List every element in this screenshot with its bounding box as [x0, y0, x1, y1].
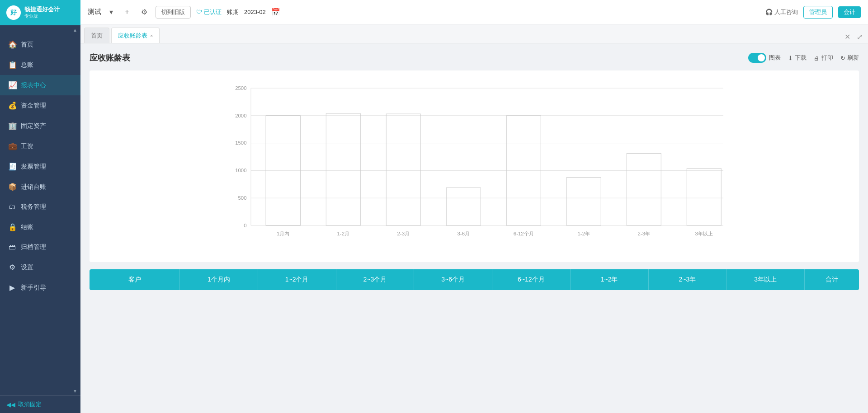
sidebar-label-ledger: 总账	[21, 61, 33, 69]
svg-text:1000: 1000	[235, 168, 246, 173]
svg-text:2-3年: 2-3年	[638, 231, 650, 236]
page-header: 应收账龄表 图表 ⬇ 下载 🖨 打印 ↻ 刷新	[90, 52, 859, 63]
data-table: 客户 1个月内 1~2个月 2~3个月 3~6个月 6~12个月 1~2年 2~…	[90, 269, 859, 290]
project-name: 测试	[88, 8, 101, 16]
tab-home[interactable]: 首页	[84, 28, 109, 43]
svg-text:6-12个月: 6-12个月	[514, 231, 534, 236]
sidebar-label-funds: 资金管理	[21, 102, 46, 110]
sidebar-item-guide[interactable]: ▶ 新手引导	[0, 277, 80, 298]
tab-expand-button[interactable]: ⤢	[855, 31, 864, 43]
unfix-label: 取消固定	[18, 400, 42, 408]
sidebar-label-invoice: 发票管理	[21, 163, 46, 171]
sidebar-item-settings[interactable]: ⚙ 设置	[0, 257, 80, 277]
th-3-6months: 3~6个月	[414, 269, 492, 290]
shield-icon: 🛡	[196, 9, 202, 15]
close-books-icon: 🔒	[8, 223, 16, 231]
sidebar-label-assets: 固定资产	[21, 122, 46, 130]
sidebar-item-inventory[interactable]: 📦 进销台账	[0, 177, 80, 197]
sidebar-label-guide: 新手引导	[21, 284, 46, 292]
unfix-icon: ◀◀	[6, 401, 15, 408]
sidebar-item-home[interactable]: 🏠 首页	[0, 34, 80, 55]
calendar-icon[interactable]: 📅	[271, 8, 280, 16]
tax-icon: 🗂	[8, 203, 16, 211]
archive-icon: 🗃	[8, 243, 16, 251]
main-area: 测试 ▾ ＋ ⚙ 切到旧版 🛡 已认证 账期 2023-02 📅 🎧 人工咨询 …	[80, 0, 868, 413]
th-2-3months: 2~3个月	[336, 269, 415, 290]
chart-toggle-wrap: 图表	[748, 53, 781, 63]
unfix-sidebar-button[interactable]: ◀◀ 取消固定	[0, 395, 80, 413]
sidebar-label-home: 首页	[21, 41, 33, 49]
scroll-up-arrow[interactable]: ▲	[71, 26, 79, 33]
sidebar-item-assets[interactable]: 🏢 固定资产	[0, 116, 80, 136]
svg-text:0: 0	[244, 223, 246, 228]
refresh-button[interactable]: ↻ 刷新	[840, 54, 859, 62]
manager-button[interactable]: 管理员	[803, 6, 833, 19]
logo-icon: 好	[6, 5, 21, 20]
add-project-button[interactable]: ＋	[121, 6, 133, 18]
sidebar-logo: 好 畅捷通好会计 专业版	[0, 0, 80, 25]
scroll-down-arrow[interactable]: ▼	[71, 387, 79, 394]
home-icon: 🏠	[8, 40, 16, 49]
sidebar-item-invoice[interactable]: 🧾 发票管理	[0, 156, 80, 177]
svg-text:1-2月: 1-2月	[337, 231, 349, 236]
download-icon: ⬇	[788, 55, 793, 61]
sidebar-item-funds[interactable]: 💰 资金管理	[0, 95, 80, 116]
tab-close-window-button[interactable]: ✕	[843, 31, 852, 43]
topbar-right: 🎧 人工咨询 管理员 会计	[765, 6, 861, 19]
switch-version-button[interactable]: 切到旧版	[156, 6, 191, 19]
assets-icon: 🏢	[8, 122, 16, 130]
certified-text: 已认证	[204, 8, 222, 16]
funds-icon: 💰	[8, 101, 16, 110]
consult-button[interactable]: 🎧 人工咨询	[765, 8, 798, 16]
svg-rect-17	[326, 113, 360, 225]
sidebar-item-reports[interactable]: 📈 报表中心	[0, 75, 80, 95]
period-value: 2023-02	[244, 9, 266, 15]
bar-chart-svg: 0 500 1000 1500 2000 2500 1月内 1-2月	[99, 80, 850, 251]
sidebar-item-tax[interactable]: 🗂 税务管理	[0, 197, 80, 217]
svg-rect-25	[566, 178, 601, 225]
sidebar-label-salary: 工资	[21, 142, 33, 150]
tab-close-icon[interactable]: ×	[150, 33, 153, 38]
svg-rect-27	[627, 153, 661, 225]
page-actions: 图表 ⬇ 下载 🖨 打印 ↻ 刷新	[748, 53, 859, 63]
sidebar-item-ledger[interactable]: 📋 总账	[0, 55, 80, 75]
app-edition: 专业版	[24, 13, 60, 19]
sidebar-item-salary[interactable]: 💼 工资	[0, 136, 80, 156]
tab-accounts-aging[interactable]: 应收账龄表 ×	[111, 28, 160, 43]
th-1month: 1个月内	[180, 269, 258, 290]
project-dropdown-icon[interactable]: ▾	[107, 8, 116, 17]
th-1-2years: 1~2年	[571, 269, 649, 290]
svg-text:3-6月: 3-6月	[458, 231, 470, 236]
sidebar-item-archive[interactable]: 🗃 归档管理	[0, 237, 80, 257]
svg-rect-19	[386, 114, 420, 225]
role-button[interactable]: 会计	[838, 6, 861, 18]
table-header-row: 客户 1个月内 1~2个月 2~3个月 3~6个月 6~12个月 1~2年 2~…	[90, 269, 859, 290]
refresh-icon: ↻	[840, 55, 845, 61]
sidebar-label-archive: 归档管理	[21, 243, 46, 251]
page-title: 应收账龄表	[90, 52, 130, 63]
svg-text:1月内: 1月内	[277, 231, 289, 236]
th-2-3years: 2~3年	[649, 269, 727, 290]
chart-toggle[interactable]	[748, 53, 766, 63]
sidebar-item-close[interactable]: 🔒 结账	[0, 217, 80, 237]
period-label: 账期	[227, 8, 239, 16]
svg-text:1500: 1500	[235, 140, 246, 145]
chart-area: 0 500 1000 1500 2000 2500 1月内 1-2月	[90, 70, 859, 262]
app-name: 畅捷通好会计	[24, 6, 60, 14]
content-area: 应收账龄表 图表 ⬇ 下载 🖨 打印 ↻ 刷新	[80, 43, 868, 413]
print-button[interactable]: 🖨 打印	[814, 54, 833, 62]
svg-text:1-2年: 1-2年	[578, 231, 590, 236]
sidebar-label-tax: 税务管理	[21, 203, 46, 211]
th-6-12months: 6~12个月	[492, 269, 571, 290]
inventory-icon: 📦	[8, 183, 16, 191]
th-1-2months: 1~2个月	[258, 269, 336, 290]
salary-icon: 💼	[8, 142, 16, 150]
svg-rect-29	[687, 169, 721, 225]
svg-rect-21	[446, 188, 481, 225]
download-button[interactable]: ⬇ 下载	[788, 54, 807, 62]
reports-icon: 📈	[8, 81, 16, 89]
th-3plus-years: 3年以上	[726, 269, 805, 290]
headset-icon: 🎧	[765, 9, 773, 15]
settings-gear-icon[interactable]: ⚙	[138, 6, 150, 18]
ledger-icon: 📋	[8, 61, 16, 69]
